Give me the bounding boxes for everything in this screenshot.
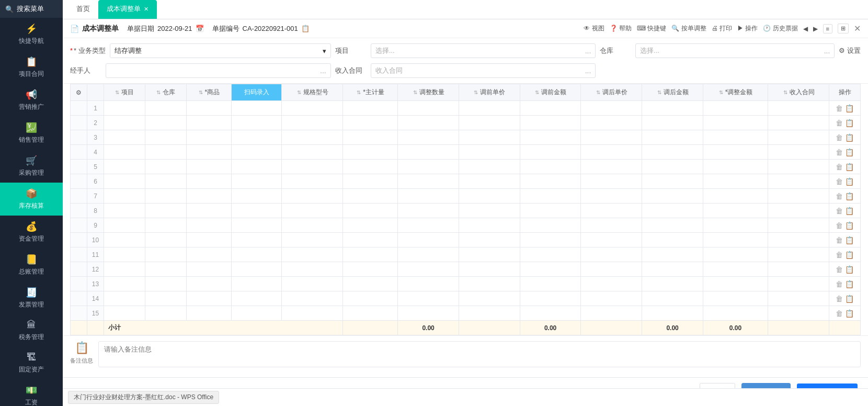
- cell-income-contract-14[interactable]: [768, 291, 829, 306]
- cell-income-contract-7[interactable]: [768, 189, 829, 204]
- action-view[interactable]: 👁 视图: [584, 24, 604, 33]
- cell-after-amt-7[interactable]: [642, 189, 703, 204]
- cell-scan-2[interactable]: [232, 116, 282, 130]
- cell-income-contract-9[interactable]: [768, 218, 829, 233]
- th-before-amt[interactable]: ⇅调前金额: [520, 84, 581, 101]
- delete-icon-1[interactable]: 🗑: [836, 104, 843, 112]
- cell-adjust-amt-12[interactable]: [703, 262, 768, 277]
- cell-spec-13[interactable]: [282, 277, 343, 291]
- cell-scan-1[interactable]: [232, 101, 282, 116]
- cell-goods-8[interactable]: [186, 204, 231, 218]
- cell-adjust-qty-3[interactable]: [398, 130, 459, 145]
- cell-unit-7[interactable]: [343, 189, 398, 204]
- th-after-price[interactable]: ⇅调后单价: [581, 84, 642, 101]
- cell-after-price-12[interactable]: [581, 262, 642, 277]
- cell-before-amt-11[interactable]: [520, 247, 581, 262]
- cell-unit-8[interactable]: [343, 204, 398, 218]
- cell-goods-5[interactable]: [186, 160, 231, 174]
- cell-adjust-amt-6[interactable]: [703, 174, 768, 189]
- cell-after-amt-1[interactable]: [642, 101, 703, 116]
- cell-unit-13[interactable]: [343, 277, 398, 291]
- cell-unit-11[interactable]: [343, 247, 398, 262]
- notes-icon-area[interactable]: 📋 备注信息: [70, 341, 93, 365]
- sidebar-item-sales-promo[interactable]: 📢 营销推广: [0, 84, 63, 117]
- cell-after-price-7[interactable]: [581, 189, 642, 204]
- action-operation[interactable]: ▶ 操作: [737, 24, 758, 33]
- cell-warehouse-15[interactable]: [145, 306, 186, 321]
- cell-warehouse-10[interactable]: [145, 233, 186, 247]
- cell-after-price-4[interactable]: [581, 145, 642, 160]
- th-goods[interactable]: ⇅*商品: [186, 84, 231, 101]
- sidebar-search[interactable]: 🔍 搜索菜单: [0, 0, 63, 18]
- cell-adjust-amt-14[interactable]: [703, 291, 768, 306]
- warehouse-ellipsis[interactable]: ...: [824, 47, 830, 55]
- cell-adjust-qty-2[interactable]: [398, 116, 459, 130]
- cell-warehouse-12[interactable]: [145, 262, 186, 277]
- cell-adjust-amt-11[interactable]: [703, 247, 768, 262]
- cell-project-3[interactable]: [104, 130, 145, 145]
- nav-left-icon[interactable]: ◀: [803, 25, 808, 32]
- sidebar-item-assets[interactable]: 🏗 固定资产: [0, 347, 63, 379]
- cell-after-amt-2[interactable]: [642, 116, 703, 130]
- copy-icon-10[interactable]: 📋: [845, 236, 854, 244]
- cell-after-price-8[interactable]: [581, 204, 642, 218]
- cell-after-price-13[interactable]: [581, 277, 642, 291]
- delete-icon-2[interactable]: 🗑: [836, 119, 843, 127]
- cell-before-price-12[interactable]: [459, 262, 520, 277]
- cell-unit-10[interactable]: [343, 233, 398, 247]
- delete-icon-11[interactable]: 🗑: [836, 251, 843, 259]
- cell-adjust-amt-1[interactable]: [703, 101, 768, 116]
- delete-icon-4[interactable]: 🗑: [836, 148, 843, 156]
- cell-unit-5[interactable]: [343, 160, 398, 174]
- cell-warehouse-2[interactable]: [145, 116, 186, 130]
- cell-unit-2[interactable]: [343, 116, 398, 130]
- cell-project-8[interactable]: [104, 204, 145, 218]
- nav-right-icon[interactable]: ▶: [813, 25, 818, 32]
- cell-unit-4[interactable]: [343, 145, 398, 160]
- cell-before-price-5[interactable]: [459, 160, 520, 174]
- th-unit[interactable]: ⇅*主计量: [343, 84, 398, 101]
- cell-project-1[interactable]: [104, 101, 145, 116]
- copy-icon-1[interactable]: 📋: [845, 104, 854, 112]
- cell-after-price-2[interactable]: [581, 116, 642, 130]
- cell-income-contract-15[interactable]: [768, 306, 829, 321]
- view-toggle-2[interactable]: ⊞: [838, 24, 849, 33]
- project-ellipsis[interactable]: ...: [585, 47, 591, 55]
- cell-scan-9[interactable]: [232, 218, 282, 233]
- cell-adjust-qty-8[interactable]: [398, 204, 459, 218]
- cell-adjust-amt-3[interactable]: [703, 130, 768, 145]
- close-window-icon[interactable]: ✕: [854, 24, 861, 33]
- cell-project-6[interactable]: [104, 174, 145, 189]
- cell-before-amt-1[interactable]: [520, 101, 581, 116]
- cell-unit-3[interactable]: [343, 130, 398, 145]
- cell-spec-6[interactable]: [282, 174, 343, 189]
- cell-income-contract-3[interactable]: [768, 130, 829, 145]
- cell-unit-12[interactable]: [343, 262, 398, 277]
- cell-project-14[interactable]: [104, 291, 145, 306]
- cell-spec-11[interactable]: [282, 247, 343, 262]
- cell-before-price-15[interactable]: [459, 306, 520, 321]
- cell-before-price-14[interactable]: [459, 291, 520, 306]
- cell-scan-3[interactable]: [232, 130, 282, 145]
- cell-spec-2[interactable]: [282, 116, 343, 130]
- action-history[interactable]: 🕐 历史票据: [763, 24, 797, 33]
- cell-after-price-1[interactable]: [581, 101, 642, 116]
- th-spec[interactable]: ⇅规格型号: [282, 84, 343, 101]
- cell-goods-14[interactable]: [186, 291, 231, 306]
- cell-after-price-5[interactable]: [581, 160, 642, 174]
- cell-income-contract-12[interactable]: [768, 262, 829, 277]
- cell-goods-2[interactable]: [186, 116, 231, 130]
- cell-income-contract-4[interactable]: [768, 145, 829, 160]
- copy-icon-9[interactable]: 📋: [845, 221, 854, 230]
- cell-adjust-qty-4[interactable]: [398, 145, 459, 160]
- tab-close-icon[interactable]: ✕: [144, 6, 149, 13]
- cell-unit-14[interactable]: [343, 291, 398, 306]
- th-scan[interactable]: 扫码录入: [232, 84, 282, 101]
- cell-after-amt-9[interactable]: [642, 218, 703, 233]
- cell-spec-3[interactable]: [282, 130, 343, 145]
- cell-after-price-11[interactable]: [581, 247, 642, 262]
- cell-project-7[interactable]: [104, 189, 145, 204]
- cell-adjust-qty-1[interactable]: [398, 101, 459, 116]
- cell-adjust-qty-11[interactable]: [398, 247, 459, 262]
- copy-icon-3[interactable]: 📋: [845, 133, 854, 142]
